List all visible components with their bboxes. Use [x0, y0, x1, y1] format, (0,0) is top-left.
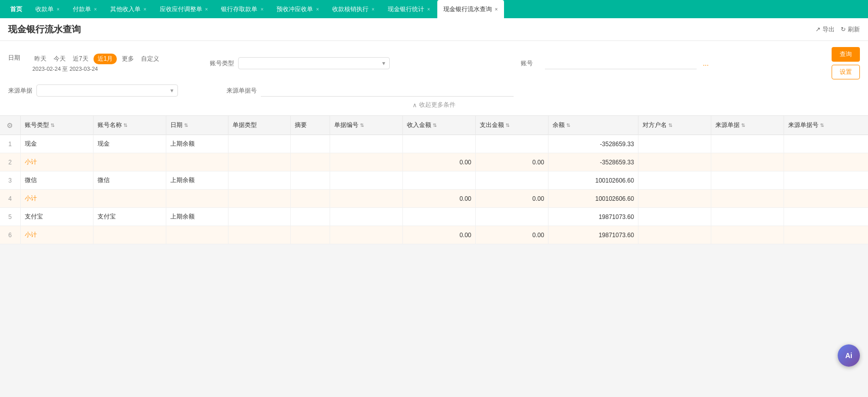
date-opt-custom[interactable]: 自定义: [139, 54, 161, 64]
cell-counterpart: [638, 226, 711, 244]
tab-label: 其他收入单: [110, 5, 141, 14]
nav-tab-yinhang[interactable]: 银行存取款单 ×: [215, 0, 269, 18]
tab-close-icon[interactable]: ×: [205, 7, 208, 12]
nav-home-label: 首页: [10, 5, 22, 14]
table-row: 5支付宝支付宝上期余额19871073.60: [0, 208, 868, 226]
row-number: 1: [0, 135, 20, 153]
date-opt-yesterday[interactable]: 昨天: [32, 54, 49, 64]
nav-tab-xianjin-tongji[interactable]: 现金银行统计 ×: [382, 0, 436, 18]
th-account-type[interactable]: 账号类型: [20, 116, 93, 135]
export-icon: ↗: [815, 26, 820, 33]
tab-close-icon[interactable]: ×: [495, 7, 498, 12]
source-doc-no-input[interactable]: [261, 85, 514, 97]
query-button[interactable]: 查询: [832, 47, 860, 62]
account-type-label: 账号类型: [210, 59, 234, 68]
tab-label: 预收冲应收单: [277, 5, 313, 14]
th-counterpart-label: 对方户名: [643, 121, 667, 129]
date-opt-today[interactable]: 今天: [52, 54, 68, 64]
date-opt-7days[interactable]: 近7天: [71, 54, 90, 64]
cell-summary: [291, 226, 330, 244]
collapse-icon: ∧: [413, 102, 417, 109]
nav-tab-fukuandan[interactable]: 付款单 ×: [67, 0, 103, 18]
th-expense-label: 支出金额: [480, 121, 504, 129]
refresh-button[interactable]: ↻ 刷新: [841, 25, 860, 34]
sort-icon: [433, 122, 437, 128]
table-row: 2小计0.000.00-3528659.33: [0, 153, 868, 171]
th-date-label: 日期: [170, 121, 182, 129]
nav-tab-qitashouru[interactable]: 其他收入单 ×: [104, 0, 153, 18]
tab-close-icon[interactable]: ×: [144, 7, 147, 12]
th-balance[interactable]: 余额: [549, 116, 638, 135]
th-summary-label: 摘要: [295, 121, 307, 128]
th-date[interactable]: 日期: [166, 116, 228, 135]
th-balance-label: 余额: [553, 121, 565, 129]
cell-date: [166, 190, 228, 208]
cell-source-doc: [711, 190, 784, 208]
row-number: 4: [0, 190, 20, 208]
cell-source-doc-no: [784, 171, 868, 190]
account-type-select[interactable]: ▾: [238, 57, 390, 69]
table-row: 3微信微信上期余额100102606.60: [0, 171, 868, 190]
cell-date: 上期余额: [166, 135, 228, 153]
sort-icon: [741, 122, 745, 128]
account-label: 账号: [521, 59, 541, 68]
tab-label: 银行存取款单: [221, 5, 257, 14]
th-source-doc[interactable]: 来源单据: [711, 116, 784, 135]
tab-close-icon[interactable]: ×: [260, 7, 263, 12]
cell-source-doc: [711, 226, 784, 244]
sort-icon: [668, 122, 672, 128]
nav-tab-shoukuandan[interactable]: 收款单 ×: [29, 0, 66, 18]
th-settings[interactable]: ⚙: [0, 116, 20, 135]
cell-source-doc: [711, 135, 784, 153]
date-opt-more[interactable]: 更多: [120, 54, 136, 64]
header-actions: ↗ 导出 ↻ 刷新: [815, 25, 860, 34]
source-doc-select[interactable]: ▾: [36, 84, 178, 97]
nav-tab-yushou[interactable]: 预收冲应收单 ×: [270, 0, 325, 18]
cell-account-name: 微信: [93, 171, 166, 190]
nav-tab-shoukuan-hexiao[interactable]: 收款核销执行 ×: [326, 0, 381, 18]
th-expense[interactable]: 支出金额: [476, 116, 549, 135]
tab-close-icon[interactable]: ×: [372, 7, 375, 12]
account-dots-button[interactable]: ...: [701, 59, 711, 67]
sort-icon: [184, 122, 188, 128]
th-counterpart[interactable]: 对方户名: [638, 116, 711, 135]
tab-close-icon[interactable]: ×: [57, 7, 60, 12]
cell-counterpart: [638, 208, 711, 226]
nav-tab-yingshoutiaozheng[interactable]: 应收应付调整单 ×: [154, 0, 214, 18]
cell-account-name: [93, 190, 166, 208]
date-quick-options: 昨天 今天 近7天 近1月 更多 自定义: [32, 54, 161, 64]
cell-account-name: [93, 153, 166, 171]
th-account-name-label: 账号名称: [98, 121, 122, 129]
cell-source-doc-no: [784, 208, 868, 226]
cell-summary: [291, 208, 330, 226]
collapse-label: 收起更多条件: [419, 101, 455, 109]
th-doc-no[interactable]: 单据编号: [330, 116, 403, 135]
th-source-doc-no[interactable]: 来源单据号: [784, 116, 868, 135]
settings-button[interactable]: 设置: [832, 65, 860, 79]
th-account-name[interactable]: 账号名称: [93, 116, 166, 135]
source-doc-no-filter-group: 来源单据号: [226, 85, 860, 97]
th-income[interactable]: 收入金额: [403, 116, 476, 135]
refresh-icon: ↻: [841, 26, 846, 33]
tab-close-icon[interactable]: ×: [316, 7, 319, 12]
cell-date: [166, 153, 228, 171]
export-button[interactable]: ↗ 导出: [815, 25, 835, 34]
th-doc-no-label: 单据编号: [334, 121, 358, 129]
cell-doc-type: [229, 153, 291, 171]
source-doc-filter-group: 来源单据 ▾: [8, 84, 178, 97]
cell-account-type: 小计: [20, 153, 93, 171]
cell-doc-type: [229, 226, 291, 244]
chevron-down-icon-2: ▾: [170, 87, 173, 94]
tab-close-icon[interactable]: ×: [427, 7, 430, 12]
collapse-bar[interactable]: ∧ 收起更多条件: [8, 99, 860, 109]
cell-source-doc-no: [784, 135, 868, 153]
date-filter-group: 日期 昨天 今天 近7天 近1月 更多 自定义 2023-02-24 至 202…: [8, 54, 161, 73]
account-input[interactable]: [545, 58, 697, 69]
nav-home[interactable]: 首页: [4, 0, 28, 18]
nav-tab-liushui-active[interactable]: 现金银行流水查询 ×: [437, 0, 504, 18]
cell-counterpart: [638, 171, 711, 190]
cell-expense: [476, 135, 549, 153]
tab-close-icon[interactable]: ×: [94, 7, 97, 12]
date-opt-1month[interactable]: 近1月: [94, 54, 117, 64]
table-header-row: ⚙ 账号类型 账号名称 日期 单据类型 摘要 单据编号: [0, 116, 868, 135]
